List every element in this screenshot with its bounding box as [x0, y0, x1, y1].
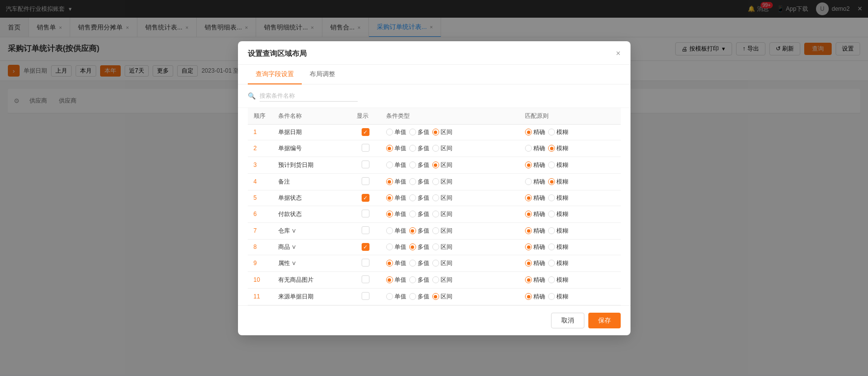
type-radio-item[interactable]: 单值	[386, 259, 406, 268]
row-show[interactable]	[351, 222, 380, 239]
radio-label: 模糊	[556, 259, 568, 268]
radio-label: 多值	[418, 227, 429, 235]
cancel-button[interactable]: 取消	[551, 313, 584, 328]
type-radio-item[interactable]: 单值	[386, 194, 406, 202]
row-show[interactable]	[351, 190, 380, 206]
match-radio-item[interactable]: 模糊	[548, 293, 568, 301]
type-radio-item[interactable]: 单值	[386, 210, 406, 218]
radio-circle-icon	[386, 178, 393, 185]
row-show[interactable]	[351, 271, 380, 288]
match-radio-item[interactable]: 模糊	[548, 161, 568, 169]
row-show[interactable]	[351, 140, 380, 157]
row-show[interactable]	[351, 255, 380, 271]
show-checkbox[interactable]	[362, 161, 369, 168]
row-type: 单值多值区间	[380, 288, 520, 305]
type-radio-item[interactable]: 单值	[386, 128, 406, 136]
match-radio-item[interactable]: 模糊	[548, 178, 568, 186]
radio-circle-icon	[525, 145, 532, 152]
type-radio-item[interactable]: 区间	[432, 178, 452, 186]
match-radio-item[interactable]: 精确	[525, 276, 545, 284]
type-radio-item[interactable]: 多值	[409, 178, 429, 186]
type-radio-item[interactable]: 单值	[386, 161, 406, 169]
show-checkbox[interactable]	[362, 194, 369, 202]
show-checkbox[interactable]	[362, 292, 369, 300]
match-radio-item[interactable]: 精确	[525, 194, 545, 202]
table-row: 7仓库 ∨单值多值区间精确模糊	[248, 222, 621, 239]
radio-circle-icon	[432, 178, 439, 185]
tab-field-settings[interactable]: 查询字段设置	[248, 65, 302, 84]
type-radio-item[interactable]: 区间	[432, 194, 452, 202]
type-radio-item[interactable]: 多值	[409, 210, 429, 218]
type-radio-item[interactable]: 多值	[409, 259, 429, 268]
match-radio-item[interactable]: 精确	[525, 293, 545, 301]
type-radio-item[interactable]: 单值	[386, 144, 406, 153]
show-checkbox[interactable]	[362, 243, 369, 251]
show-checkbox[interactable]	[362, 128, 369, 136]
match-radio-item[interactable]: 模糊	[548, 276, 568, 284]
row-show[interactable]	[351, 157, 380, 173]
type-radio-item[interactable]: 区间	[432, 259, 452, 268]
type-radio-item[interactable]: 单值	[386, 178, 406, 186]
row-name: 预计到货日期	[272, 157, 351, 173]
row-show[interactable]	[351, 239, 380, 255]
type-radio-item[interactable]: 单值	[386, 227, 406, 235]
row-show[interactable]	[351, 288, 380, 305]
type-radio-item[interactable]: 多值	[409, 128, 429, 136]
match-radio-item[interactable]: 模糊	[548, 144, 568, 153]
match-radio-item[interactable]: 精确	[525, 161, 545, 169]
match-radio-item[interactable]: 模糊	[548, 259, 568, 268]
search-input[interactable]	[260, 90, 358, 102]
match-radio-item[interactable]: 模糊	[548, 243, 568, 251]
tab-layout-adjust[interactable]: 布局调整	[302, 65, 343, 84]
type-radio-item[interactable]: 区间	[432, 293, 452, 301]
match-radio-item[interactable]: 模糊	[548, 210, 568, 218]
cancel-label: 取消	[561, 317, 574, 324]
match-radio-item[interactable]: 精确	[525, 243, 545, 251]
type-radio-item[interactable]: 区间	[432, 128, 452, 136]
show-checkbox[interactable]	[362, 144, 369, 152]
type-radio-item[interactable]: 区间	[432, 210, 452, 218]
show-col-header: 显示	[351, 108, 380, 125]
show-checkbox[interactable]	[362, 275, 369, 283]
row-show[interactable]	[351, 206, 380, 222]
show-checkbox[interactable]	[362, 177, 369, 185]
row-match: 精确模糊	[519, 255, 620, 271]
match-radio-item[interactable]: 模糊	[548, 227, 568, 235]
save-button[interactable]: 保存	[588, 313, 621, 328]
type-radio-item[interactable]: 多值	[409, 161, 429, 169]
type-radio-item[interactable]: 多值	[409, 243, 429, 251]
show-checkbox[interactable]	[362, 226, 369, 234]
type-radio-item[interactable]: 多值	[409, 276, 429, 284]
match-radio-item[interactable]: 精确	[525, 227, 545, 235]
modal-header: 设置查询区域布局 ×	[238, 41, 631, 65]
match-radio-item[interactable]: 精确	[525, 144, 545, 153]
type-radio-item[interactable]: 区间	[432, 276, 452, 284]
radio-label: 精确	[533, 293, 545, 301]
show-checkbox[interactable]	[362, 210, 369, 217]
match-radio-item[interactable]: 模糊	[548, 128, 568, 136]
modal-close-button[interactable]: ×	[616, 50, 620, 57]
type-radio-item[interactable]: 单值	[386, 293, 406, 301]
match-radio-item[interactable]: 精确	[525, 178, 545, 186]
type-radio-item[interactable]: 区间	[432, 161, 452, 169]
type-radio-item[interactable]: 单值	[386, 243, 406, 251]
match-radio-item[interactable]: 精确	[525, 210, 545, 218]
type-radio-item[interactable]: 区间	[432, 144, 452, 153]
type-radio-item[interactable]: 多值	[409, 227, 429, 235]
type-radio-item[interactable]: 多值	[409, 144, 429, 153]
type-radio-item[interactable]: 多值	[409, 194, 429, 202]
row-show[interactable]	[351, 173, 380, 190]
match-radio-item[interactable]: 精确	[525, 259, 545, 268]
row-show[interactable]	[351, 124, 380, 140]
match-radio-item[interactable]: 精确	[525, 128, 545, 136]
type-radio-item[interactable]: 多值	[409, 293, 429, 301]
type-radio-item[interactable]: 区间	[432, 227, 452, 235]
modal-tabs: 查询字段设置 布局调整	[238, 65, 631, 84]
row-match: 精确模糊	[519, 239, 620, 255]
type-radio-item[interactable]: 单值	[386, 276, 406, 284]
type-radio-item[interactable]: 区间	[432, 243, 452, 251]
radio-label: 单值	[395, 276, 406, 284]
match-radio-item[interactable]: 模糊	[548, 194, 568, 202]
show-checkbox[interactable]	[362, 259, 369, 267]
radio-label: 单值	[395, 210, 406, 218]
